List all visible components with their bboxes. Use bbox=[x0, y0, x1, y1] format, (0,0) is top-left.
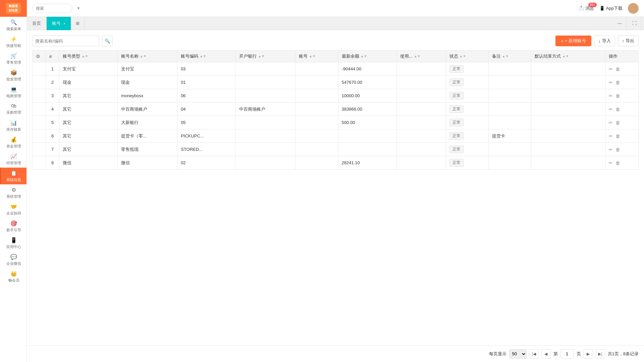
operation-icon: 📈 bbox=[10, 153, 17, 160]
row-remark-0 bbox=[488, 62, 531, 76]
message-button[interactable]: 📩 消息 99+ bbox=[579, 5, 594, 11]
status-badge-2: 正常 bbox=[449, 92, 464, 100]
sort-icon-bank: ▲▼ bbox=[258, 55, 265, 58]
row-bank-1 bbox=[236, 76, 296, 89]
delete-button-7[interactable]: 🗑 bbox=[615, 160, 620, 166]
row-status-6: 正常 bbox=[446, 143, 488, 156]
sidebar-item-wholesale-label: 批发管理 bbox=[6, 77, 21, 82]
edit-button-2[interactable]: ✏ bbox=[609, 93, 613, 99]
row-type-0: 支付宝 bbox=[59, 62, 118, 76]
header-right: 📩 消息 99+ 📱 App下载 bbox=[579, 3, 639, 14]
row-index-0: 1 bbox=[46, 62, 59, 76]
sidebar-item-search[interactable]: 🔍 搜索菜单 bbox=[0, 17, 26, 34]
row-settings-0 bbox=[33, 62, 46, 76]
delete-button-0[interactable]: 🗑 bbox=[615, 66, 620, 72]
user-avatar[interactable] bbox=[628, 3, 639, 14]
col-bank[interactable]: 开户银行 ▲▼ bbox=[236, 51, 296, 62]
top-search-input[interactable] bbox=[32, 4, 72, 13]
sidebar-item-shortcut[interactable]: ⚡ 快捷导航 bbox=[0, 34, 26, 50]
sidebar-item-finance[interactable]: 💰 资金管理 bbox=[0, 134, 26, 151]
col-account[interactable]: 账号 ▲▼ bbox=[296, 51, 338, 62]
sidebar-item-vip[interactable]: 👑 畅会员 bbox=[0, 268, 26, 285]
sidebar-item-system[interactable]: ⚙ 系统管理 bbox=[0, 184, 26, 201]
row-account-4 bbox=[296, 116, 338, 129]
sidebar-item-operation[interactable]: 📈 经营管理 bbox=[0, 151, 26, 168]
table-row: 6 其它 提货卡（零... PICKUPC... 正常 提货卡 ✏ 🗑 bbox=[33, 129, 639, 143]
export-button[interactable]: ↑ 导出 bbox=[618, 36, 639, 46]
sidebar-item-enterprise-wechat[interactable]: 💬 企业微信 bbox=[0, 251, 26, 268]
app-download-button[interactable]: 📱 App下载 bbox=[599, 5, 623, 11]
edit-button-1[interactable]: ✏ bbox=[609, 80, 613, 85]
accounts-table: ⚙ # 账号类型 ▲▼ 账号名称 ▲▼ bbox=[32, 50, 639, 170]
sidebar-item-retail[interactable]: 🛒 零售管理 bbox=[0, 50, 26, 67]
finance-icon: 💰 bbox=[10, 136, 17, 143]
col-remark[interactable]: 备注 ▲▼ bbox=[488, 51, 531, 62]
sidebar-item-agreement-label: 企业协同 bbox=[6, 211, 21, 216]
page-input[interactable] bbox=[560, 349, 574, 359]
export-icon: ↑ bbox=[622, 39, 625, 44]
sidebar-item-purchase[interactable]: 🛍 采购管理 bbox=[0, 101, 26, 117]
col-type[interactable]: 账号类型 ▲▼ bbox=[59, 51, 118, 62]
add-account-button[interactable]: + + 新增账号 bbox=[555, 36, 591, 46]
row-name-3: 中百商场账户 bbox=[118, 103, 177, 116]
row-index-4: 5 bbox=[46, 116, 59, 129]
row-type-5: 其它 bbox=[59, 129, 118, 143]
tab-close-icon[interactable]: × bbox=[63, 21, 65, 25]
prev-page-button[interactable]: ◀ bbox=[541, 349, 551, 359]
edit-button-6[interactable]: ✏ bbox=[609, 147, 613, 152]
edit-button-0[interactable]: ✏ bbox=[609, 66, 613, 72]
tab-account[interactable]: 账号 × bbox=[47, 17, 71, 30]
delete-button-1[interactable]: 🗑 bbox=[615, 80, 620, 85]
tab-minimize-button[interactable]: — bbox=[613, 17, 627, 30]
sidebar-item-basic[interactable]: 📋 基础信息 bbox=[0, 168, 26, 184]
sidebar-item-agreement[interactable]: 🤝 企业协同 bbox=[0, 201, 26, 218]
edit-button-4[interactable]: ✏ bbox=[609, 120, 613, 125]
search-input[interactable] bbox=[32, 36, 99, 46]
col-code[interactable]: 账号编码 ▲▼ bbox=[177, 51, 236, 62]
edit-button-3[interactable]: ✏ bbox=[609, 107, 613, 112]
row-usage-1 bbox=[396, 76, 446, 89]
app-download-icon: 📱 bbox=[599, 6, 605, 11]
col-settings[interactable]: ⚙ bbox=[33, 51, 46, 62]
col-code-label: 账号编码 bbox=[181, 53, 198, 59]
sidebar-item-appcenter[interactable]: 📱 应用中心 bbox=[0, 235, 26, 251]
dropdown-arrow-icon[interactable]: ▼ bbox=[76, 6, 80, 11]
row-type-7: 微信 bbox=[59, 156, 118, 170]
delete-button-2[interactable]: 🗑 bbox=[615, 93, 620, 99]
next-page-button[interactable]: ▶ bbox=[584, 349, 593, 359]
col-balance[interactable]: 最新余额 ▲▼ bbox=[338, 51, 396, 62]
last-page-button[interactable]: ▶| bbox=[596, 349, 605, 359]
col-action: 操作 bbox=[605, 51, 639, 62]
delete-button-3[interactable]: 🗑 bbox=[615, 107, 620, 112]
status-badge-6: 正常 bbox=[449, 145, 464, 153]
row-usage-0 bbox=[396, 62, 446, 76]
col-type-label: 账号类型 bbox=[63, 53, 80, 59]
sidebar-item-guide[interactable]: 🎯 新手引导 bbox=[0, 218, 26, 235]
edit-button-5[interactable]: ✏ bbox=[609, 133, 613, 139]
sidebar-item-wholesale[interactable]: 📦 批发管理 bbox=[0, 67, 26, 84]
page-size-select[interactable]: 50 100 bbox=[509, 349, 527, 359]
first-page-button[interactable]: |◀ bbox=[529, 349, 539, 359]
row-account-1 bbox=[296, 76, 338, 89]
action-area: + + 新增账号 ↓ 导入 ↑ 导出 bbox=[555, 36, 639, 46]
sidebar-item-inventory[interactable]: 📊 库存核算 bbox=[0, 117, 26, 134]
row-usage-6 bbox=[396, 143, 446, 156]
col-settlement[interactable]: 默认结算方式 ▲▼ bbox=[531, 51, 605, 62]
sort-icon-status: ▲▼ bbox=[460, 55, 466, 58]
delete-button-4[interactable]: 🗑 bbox=[615, 120, 620, 125]
tab-fullscreen-button[interactable]: ⛶ bbox=[628, 17, 641, 30]
sidebar: 畅捷通好生意 🔍 搜索菜单 ⚡ 快捷导航 🛒 零售管理 📦 批发管理 💻 电商管… bbox=[0, 0, 27, 362]
col-name[interactable]: 账号名称 ▲▼ bbox=[118, 51, 177, 62]
import-button[interactable]: ↓ 导入 bbox=[594, 36, 615, 46]
row-action-5: ✏ 🗑 bbox=[605, 129, 639, 143]
edit-button-7[interactable]: ✏ bbox=[609, 160, 613, 166]
tab-expand-button[interactable]: ⊞ bbox=[71, 17, 85, 30]
delete-button-6[interactable]: 🗑 bbox=[615, 147, 620, 152]
delete-button-5[interactable]: 🗑 bbox=[615, 133, 620, 139]
row-remark-5: 提货卡 bbox=[488, 129, 531, 143]
sidebar-item-ecommerce[interactable]: 💻 电商管理 bbox=[0, 84, 26, 101]
col-status[interactable]: 状态 ▲▼ bbox=[446, 51, 488, 62]
tab-home[interactable]: 首页 bbox=[27, 17, 47, 30]
col-usage[interactable]: 使用... ▲▼ bbox=[396, 51, 446, 62]
search-button[interactable]: 🔍 bbox=[102, 36, 113, 46]
